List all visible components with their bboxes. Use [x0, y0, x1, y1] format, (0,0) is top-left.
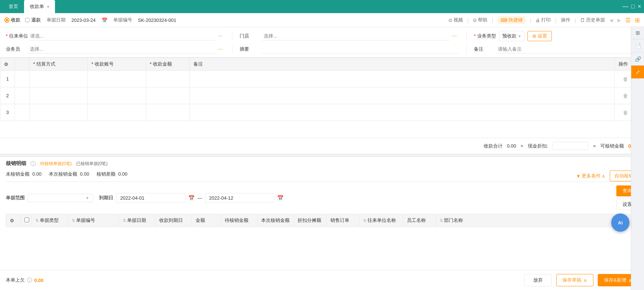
row-3-settlement[interactable]: [30, 104, 88, 121]
summary-input[interactable]: [262, 45, 459, 54]
table-section: ⚙ * 结算方式 * 收款账号 * 收款金额 备注: [0, 58, 644, 138]
bth-due: 收款到期日: [156, 214, 192, 227]
done-tab[interactable]: 已核销单据(0笔): [76, 161, 108, 167]
bth-date[interactable]: 单据日期: [119, 214, 156, 227]
total-value: 0.00: [507, 143, 516, 149]
bench-value: 0.00: [34, 278, 43, 283]
bth-num[interactable]: 单据编号: [68, 214, 119, 227]
shortcut-icon: ⌨: [500, 17, 507, 23]
partner-more-btn[interactable]: ···: [216, 33, 225, 39]
filter-icon: ▼: [576, 173, 581, 179]
due-date-field: 到期日 📅 — 📅: [99, 193, 283, 203]
help-btn[interactable]: ⊙ 帮助: [473, 17, 487, 23]
tab-receipt-label: 收款单: [30, 3, 44, 10]
bench-info-icon[interactable]: i: [27, 278, 32, 283]
bth-discount: 折扣分摊额: [294, 214, 327, 227]
radio-tuikuan[interactable]: 退款: [25, 17, 41, 23]
row-1-settlement[interactable]: [30, 71, 88, 87]
footer-left: 本单上欠 i 0.00: [6, 277, 43, 283]
grid-view-btn[interactable]: ⊞: [635, 17, 640, 24]
delete-icon[interactable]: 🗑: [623, 93, 628, 99]
ai-label: Ai: [618, 220, 623, 226]
tab-home[interactable]: 首页: [3, 0, 24, 13]
save-draft-button[interactable]: 保存草稿 ∧: [556, 274, 593, 286]
abandon-button[interactable]: 放弃: [524, 274, 552, 286]
bth-checkbox[interactable]: [21, 215, 32, 226]
delete-icon[interactable]: 🗑: [623, 110, 628, 115]
tab-receipt[interactable]: 收款单 ×: [24, 0, 55, 13]
field-sep-3: [232, 45, 232, 54]
video-btn[interactable]: ⊙ 视频: [448, 17, 463, 23]
right-panel-table-icon[interactable]: ⊞: [631, 26, 644, 39]
field-sep-4: [466, 45, 467, 54]
salesperson-more-btn[interactable]: ···: [216, 46, 225, 52]
form-row-1: 往来单位 ··· 门店 ··· 业务类型 预收款 ▼ ⚙ 设置: [6, 31, 638, 41]
radio-shouquan[interactable]: 收款: [4, 17, 20, 23]
due-date-to-input[interactable]: [205, 193, 274, 203]
th-account: * 收款账号: [88, 58, 146, 71]
shortcut-btn[interactable]: ⌨ 快捷键: [498, 16, 526, 24]
row-1-remark[interactable]: [190, 71, 615, 87]
pending-tab[interactable]: 待核销单据(0笔): [40, 161, 72, 167]
due-date-from-input[interactable]: [116, 193, 185, 203]
maximize-btn[interactable]: □: [631, 3, 635, 10]
form-row-2: 业务员 ··· 摘要 备注: [6, 45, 638, 54]
right-panel-link-icon[interactable]: 🔗: [631, 52, 644, 66]
operations-btn[interactable]: 操作: [561, 17, 570, 23]
partner-input[interactable]: [28, 32, 216, 40]
summary-field: 摘要: [240, 45, 459, 54]
range-select[interactable]: ▼: [28, 194, 93, 202]
row-2-amount[interactable]: [146, 87, 190, 104]
discount-input[interactable]: [552, 142, 589, 150]
tab-close-icon[interactable]: ×: [47, 4, 49, 9]
store-input[interactable]: [262, 32, 449, 40]
row-num-1: 1: [0, 71, 15, 87]
verify-section: 核销明细 i 待核销单据(0笔) 已核销单据(0笔) 未核销金额 0.00 本次…: [0, 157, 644, 231]
right-panel-expand-icon[interactable]: ⤢: [631, 66, 644, 79]
section-divider: [0, 154, 644, 157]
store-field: 门店 ···: [240, 32, 459, 40]
history-btn[interactable]: 🗒 历史单据: [580, 17, 605, 23]
total-label: 收款合计: [484, 143, 503, 149]
info-icon[interactable]: i: [31, 161, 36, 166]
th-settings[interactable]: ⚙: [0, 58, 15, 71]
bth-dept[interactable]: 部门名称: [436, 214, 638, 227]
print-label: 打印: [541, 17, 551, 23]
row-1-amount[interactable]: [146, 71, 190, 87]
receipt-table: ⚙ * 结算方式 * 收款账号 * 收款金额 备注: [0, 58, 644, 121]
row-3-account[interactable]: [88, 104, 146, 121]
gear-icon: ⚙: [532, 34, 537, 39]
table-row: 2 🗑 ⊕: [0, 87, 644, 104]
delete-icon[interactable]: 🗑: [623, 76, 628, 82]
bth-type[interactable]: 单据类型: [32, 214, 68, 227]
salesperson-label: 业务员: [6, 46, 28, 52]
salesperson-input[interactable]: [28, 45, 216, 54]
row-3-amount[interactable]: [146, 104, 190, 121]
row-3-remark[interactable]: [190, 104, 615, 121]
minimize-btn[interactable]: —: [623, 3, 628, 10]
business-type-select[interactable]: 预收款 ▼: [499, 31, 525, 41]
list-view-btn[interactable]: ☰: [625, 17, 631, 24]
row-1-account[interactable]: [88, 71, 146, 87]
bth-sales-order: 销售订单: [327, 214, 360, 227]
window-controls: — □ ×: [623, 3, 641, 10]
more-filter-btn[interactable]: ▼ 更多条件 ∧: [576, 173, 605, 179]
cal-from-icon[interactable]: 📅: [188, 195, 195, 201]
row-2-remark[interactable]: [190, 87, 615, 104]
remark-input[interactable]: [496, 45, 638, 54]
bth-settings[interactable]: ⚙: [6, 215, 21, 226]
setup-button[interactable]: ⚙ 设置: [527, 31, 552, 41]
ai-assistant-badge[interactable]: Ai: [611, 213, 629, 232]
bth-partner[interactable]: 往来单位名称: [360, 214, 403, 227]
row-2-account[interactable]: [88, 87, 146, 104]
print-btn[interactable]: 🖨 打印: [535, 17, 551, 23]
store-more-btn[interactable]: ···: [450, 33, 459, 39]
row-2-settlement[interactable]: [30, 87, 88, 104]
discount-label: 现金折扣:: [528, 143, 548, 149]
calendar-icon[interactable]: 📅: [102, 17, 107, 23]
right-panel-doc-icon[interactable]: 📄: [631, 39, 644, 52]
bth-current: 本次核销金额: [258, 214, 294, 227]
select-all-checkbox[interactable]: [24, 218, 29, 222]
close-btn[interactable]: ×: [638, 3, 641, 10]
cal-to-icon[interactable]: 📅: [277, 195, 283, 201]
